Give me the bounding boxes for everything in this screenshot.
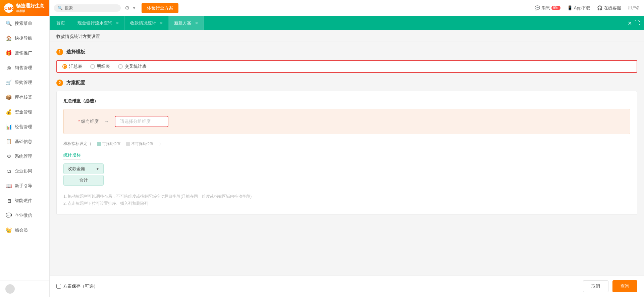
save-checkbox[interactable]: [56, 284, 61, 289]
tab-bank-flow-close[interactable]: ✕: [116, 21, 119, 26]
tab-collection-stats[interactable]: 收款情况统计 ✕: [125, 16, 169, 30]
radio-cross-label: 交叉统计表: [125, 63, 147, 69]
sidebar-item-label: 系统管理: [15, 153, 32, 159]
support-icon: 🎧: [597, 5, 602, 10]
operations-icon: 📊: [5, 123, 12, 130]
member-icon: 👑: [5, 227, 12, 234]
sidebar-item-search-menu[interactable]: 🔍 搜索菜单: [0, 16, 49, 31]
sidebar-item-system[interactable]: ⚙ 系统管理: [0, 149, 49, 164]
sidebar-item-quick-nav[interactable]: 🏠 快捷导航: [0, 31, 49, 46]
drag-label: 可拖动位置: [102, 141, 121, 146]
header-right: 💬 消息 99+ 📱 App下载 🎧 在线客服 用户名: [535, 5, 640, 11]
message-btn[interactable]: 💬 消息 99+: [535, 5, 560, 11]
no-drag-dot: [126, 142, 130, 146]
tabbar-expand-icon[interactable]: ⛶: [635, 20, 640, 26]
inventory-icon: 📦: [5, 94, 12, 101]
purchase-icon: 🛒: [5, 79, 12, 86]
user-info[interactable]: 用户名: [628, 5, 640, 11]
header: 🔍 ⚙ ▼ 体验行业方案 💬 消息 99+ 📱 App下载 🎧 在线客服 用户名: [50, 0, 644, 16]
step2-block: 2 方案配置 汇总维度（必选） * 纵向维度 →: [56, 80, 637, 215]
enterprise-coop-icon: 🗂: [5, 168, 12, 175]
radio-detail-label: 明细表: [97, 63, 110, 69]
sidebar-item-label: 销售管理: [15, 65, 32, 71]
dimension-title: 汇总维度（必选）: [63, 98, 630, 104]
drag-badge: 可拖动位置: [97, 141, 121, 146]
tab-bank-flow[interactable]: 现金银行流水查询 ✕: [72, 16, 125, 30]
sidebar-item-inventory[interactable]: 📦 库存核算: [0, 90, 49, 105]
sidebar-item-enterprise-coop[interactable]: 🗂 企业协同: [0, 164, 49, 179]
logo-abbr: CaR: [4, 6, 13, 11]
message-badge: 99+: [551, 6, 560, 10]
industry-btn[interactable]: 体验行业方案: [142, 3, 178, 13]
support-btn[interactable]: 🎧 在线客服: [597, 5, 621, 11]
tips-section: 1. 拖动标题栏可以调整布局，不可跨维度或指标区域拖动栏目字段(只能在同一维度或…: [63, 194, 630, 206]
dimension-area: * 纵向维度 → 请选择分组维度: [63, 109, 630, 134]
metrics-hint-label: 模板指标设定（: [63, 141, 92, 147]
sidebar-item-smart-hardware[interactable]: 🖥 智能硬件: [0, 193, 49, 208]
message-label: 消息: [541, 5, 550, 11]
sidebar-item-label: 企业微信: [15, 212, 32, 218]
metric-tags-list: 收款金额 ▼ 合计: [63, 163, 104, 186]
step1-title: 1 选择模板: [56, 49, 637, 55]
metric-tag-collection[interactable]: 收款金额 ▼: [63, 163, 104, 174]
sidebar-item-operations[interactable]: 📊 经营管理: [0, 119, 49, 134]
tab-collection-stats-close[interactable]: ✕: [160, 21, 163, 26]
tips-item-2: 2. 点击标题栏下拉可设置排序、插入列和删除列: [63, 201, 630, 206]
logo-badge: 标准版: [16, 9, 44, 13]
tabbar-right-controls: ✕ ⛶: [628, 20, 644, 27]
sidebar-item-label: 经营管理: [15, 124, 32, 130]
radio-detail[interactable]: 明细表: [90, 63, 110, 69]
dimension-selector[interactable]: 请选择分组维度: [115, 116, 168, 127]
sidebar-item-newcomer[interactable]: 📖 新手引导: [0, 179, 49, 193]
support-label: 在线客服: [604, 5, 621, 11]
tab-bank-flow-label: 现金银行流水查询: [77, 20, 112, 26]
logo-text-block: 畅捷通好生意 标准版: [16, 3, 44, 13]
header-search-box[interactable]: 🔍: [54, 4, 121, 12]
tab-new-plan[interactable]: 新建方案 ✕: [169, 16, 204, 30]
metric-subtag-total: 合计: [63, 175, 104, 186]
download-btn[interactable]: 📱 App下载: [567, 5, 590, 11]
tab-home[interactable]: 首页: [50, 16, 72, 30]
smart-hardware-icon: 🖥: [5, 197, 12, 204]
sidebar-item-label: 基础信息: [15, 139, 32, 145]
sidebar-item-marketing[interactable]: 🎁 营销推广: [0, 46, 49, 60]
sidebar-item-enterprise-wechat[interactable]: 💬 企业微信: [0, 208, 49, 223]
basic-info-icon: 📋: [5, 138, 12, 145]
step1-num: 1: [56, 49, 63, 55]
step2-label: 方案配置: [66, 80, 85, 86]
sidebar-item-label: 新手引导: [15, 183, 32, 189]
tabbar-close-icon[interactable]: ✕: [628, 20, 632, 27]
drag-dot: [97, 142, 101, 146]
sales-icon: ◎: [5, 64, 12, 71]
metric-tag-collection-label: 收款金额: [68, 166, 85, 172]
metrics-section-label: 统计指标: [63, 152, 81, 160]
vertical-label: * 纵向维度: [72, 118, 99, 125]
cancel-button[interactable]: 取消: [583, 280, 608, 292]
sidebar-item-label: 资金管理: [15, 109, 32, 115]
sidebar-bottom: [0, 281, 49, 297]
sidebar-item-purchase[interactable]: 🛒 采购管理: [0, 75, 49, 90]
tabbar: 首页 现金银行流水查询 ✕ 收款情况统计 ✕ 新建方案 ✕ ✕ ⛶: [50, 16, 644, 30]
tab-new-plan-label: 新建方案: [174, 20, 192, 26]
tab-new-plan-close[interactable]: ✕: [195, 21, 198, 26]
gear-icon[interactable]: ⚙: [125, 5, 129, 11]
sidebar-item-basic-info[interactable]: 📋 基础信息: [0, 134, 49, 149]
query-button[interactable]: 查询: [612, 280, 637, 292]
newcomer-icon: 📖: [5, 183, 12, 189]
sidebar-item-capital[interactable]: 💰 资金管理: [0, 105, 49, 119]
radio-cross[interactable]: 交叉统计表: [118, 63, 147, 69]
download-label: App下载: [574, 5, 590, 11]
search-input[interactable]: [65, 6, 112, 10]
no-drag-badge: 不可拖动位置: [126, 141, 154, 146]
radio-summary[interactable]: 汇总表: [62, 63, 82, 69]
save-checkbox-label[interactable]: 方案保存（可选）: [56, 283, 98, 289]
system-icon: ⚙: [5, 153, 12, 160]
sidebar-item-label: 营销推广: [15, 50, 32, 56]
radio-detail-circle: [90, 64, 95, 69]
sidebar-item-member[interactable]: 👑 畅会员: [0, 223, 49, 238]
metrics-hint: 模板指标设定（ 可拖动位置 不可拖动位置 ）: [63, 141, 630, 147]
sidebar-item-label: 快捷导航: [15, 35, 32, 41]
template-radio-group: 汇总表 明细表 交叉统计表: [56, 60, 637, 73]
sidebar-item-sales[interactable]: ◎ 销售管理: [0, 60, 49, 75]
wechat-icon: 💬: [5, 212, 12, 219]
